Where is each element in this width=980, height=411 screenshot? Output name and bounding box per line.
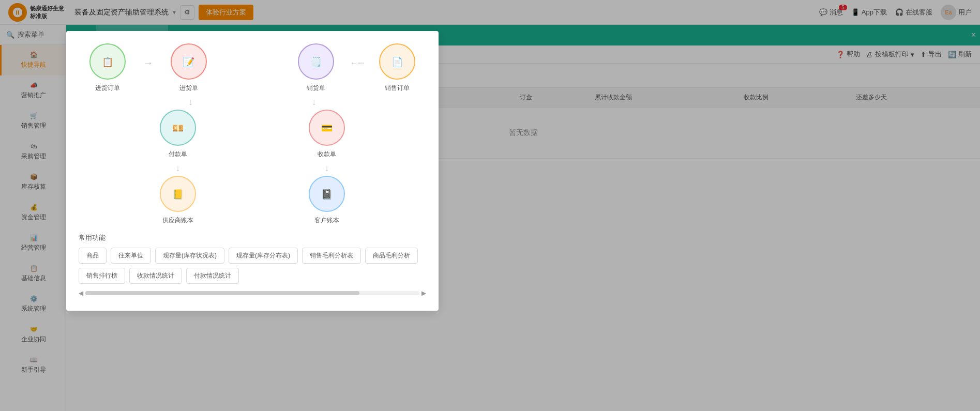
svg-text:💴: 💴 (172, 123, 184, 134)
svg-text:📄: 📄 (391, 56, 403, 68)
purchase-bill-icon: 📝 (171, 43, 207, 80)
func-btn-product[interactable]: 商品 (79, 248, 107, 264)
arrow-sales-order-to-bill: ←····· (345, 58, 368, 78)
sales-bill-icon: 🗒️ (298, 43, 334, 80)
flow-modal: 📋 进货订单 → 📝 进货单 (66, 31, 439, 311)
flow-node-supplier-account: 📒 供应商账本 (141, 176, 215, 225)
svg-text:🗒️: 🗒️ (310, 56, 322, 68)
purchase-order-icon: 📋 (89, 43, 126, 80)
func-btn-stock-dist[interactable]: 现存量(库存分布表) (229, 248, 298, 264)
customer-account-icon: 📓 (309, 176, 345, 212)
arrow-down-receipt: ↓ (290, 163, 364, 174)
flow-node-customer-account: 📓 客户账本 (290, 176, 364, 225)
function-buttons-row1: 商品 往来单位 现存量(库存状况表) 现存量(库存分布表) 销售毛利分析表 商品… (79, 248, 426, 264)
flow-node-purchase-order: 📋 进货订单 (79, 43, 137, 93)
svg-text:📓: 📓 (321, 189, 333, 200)
svg-text:📒: 📒 (172, 189, 184, 200)
func-btn-sales-profit[interactable]: 销售毛利分析表 (302, 248, 361, 264)
flow-node-sales-order: 📄 销售订单 (368, 43, 426, 93)
svg-text:💳: 💳 (321, 123, 333, 134)
func-btn-partner[interactable]: 往来单位 (111, 248, 151, 264)
supplier-account-icon: 📒 (160, 176, 196, 212)
common-functions-section: 常用功能 商品 往来单位 现存量(库存状况表) 现存量(库存分布表) 销售毛利分… (79, 233, 426, 284)
func-btn-receipt-stats[interactable]: 收款情况统计 (129, 268, 182, 284)
scroll-left-icon[interactable]: ◀ (79, 290, 83, 297)
flow-node-receipt-bill: 💳 收款单 (290, 110, 364, 159)
payment-bill-icon: 💴 (160, 110, 196, 146)
scroll-right-icon[interactable]: ▶ (421, 290, 426, 297)
flow-node-purchase-bill: 📝 进货单 (160, 43, 218, 93)
arrow-down-payment: ↓ (141, 163, 215, 174)
arrow-purchase-order-to-bill: → (137, 57, 160, 79)
arrow-down-purchase: ↓ (163, 97, 219, 108)
flow-node-sales-bill: 🗒️ 销货单 (287, 43, 345, 93)
func-btn-payment-stats[interactable]: 付款情况统计 (186, 268, 239, 284)
svg-text:📝: 📝 (183, 56, 195, 68)
common-functions-title: 常用功能 (79, 233, 426, 242)
modal-scrollbar-track[interactable] (85, 291, 419, 295)
modal-overlay: 📋 进货订单 → 📝 进货单 (0, 0, 980, 411)
flow-diagram: 📋 进货订单 → 📝 进货单 (79, 43, 426, 225)
receipt-bill-icon: 💳 (309, 110, 345, 146)
func-btn-stock-status[interactable]: 现存量(库存状况表) (155, 248, 224, 264)
func-btn-sales-rank[interactable]: 销售排行榜 (79, 268, 125, 284)
function-buttons-row2: 销售排行榜 收款情况统计 付款情况统计 (79, 268, 426, 284)
sales-order-icon: 📄 (379, 43, 415, 80)
arrow-down-sales: ↓ (286, 97, 342, 108)
modal-scrollbar-thumb (85, 291, 359, 295)
func-btn-product-profit[interactable]: 商品毛利分析 (365, 248, 418, 264)
modal-scrollbar-area: ◀ ▶ (79, 288, 426, 298)
svg-text:📋: 📋 (102, 56, 114, 68)
flow-node-payment-bill: 💴 付款单 (141, 110, 215, 159)
